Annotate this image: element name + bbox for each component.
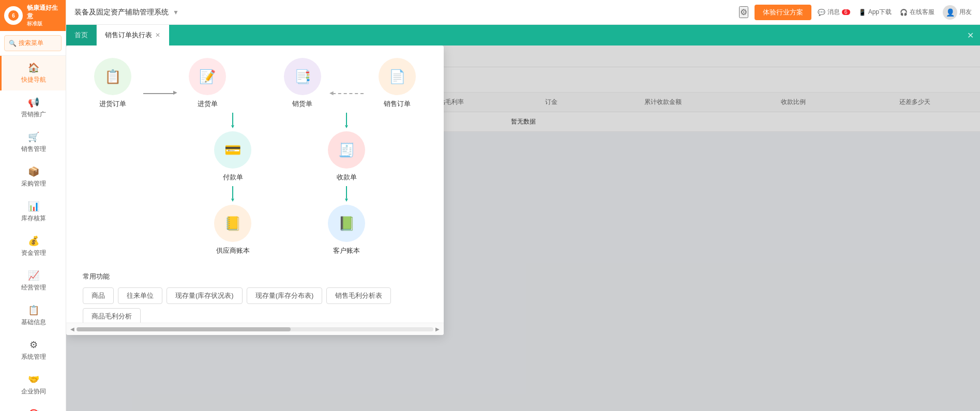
logo-icon: 6 <box>4 6 23 25</box>
message-badge: 6 <box>842 9 850 15</box>
quick-nav-popup: 📋 进货订单 ▶ <box>66 45 444 335</box>
system-title: 装备及固定资产辅助管理系统 ▼ <box>74 8 733 17</box>
sidebar-item-system[interactable]: ⚙ 系统管理 <box>0 333 66 368</box>
service-icon: 🎧 <box>900 9 908 16</box>
func-btn-4[interactable]: 销售毛利分析表 <box>326 287 391 304</box>
func-btn-1[interactable]: 往来单位 <box>118 287 162 304</box>
sale-order-icon: 📄 <box>389 69 405 85</box>
common-functions: 常用功能 商品 往来单位 现存量(库存状况表) 现存量(库存分布表) 销售毛利分… <box>83 272 427 323</box>
sidebar-item-quick[interactable]: 🏠 快捷导航 <box>0 56 66 90</box>
sidebar-item-marketing[interactable]: 📢 营销推广 <box>0 90 66 125</box>
sidebar-item-basic[interactable]: 📋 基础信息 <box>0 298 66 333</box>
receipt-bill-label: 收款单 <box>337 173 357 182</box>
main-area: 装备及固定资产辅助管理系统 ▼ ⚙ 体验行业方案 💬 消息 6 📱 App下载 … <box>66 0 980 411</box>
flow-chart: 📋 进货订单 ▶ <box>83 58 427 260</box>
sidebar-item-finance[interactable]: 💰 资金管理 <box>0 229 66 264</box>
logo-text: 畅康通好生意 标准版 <box>27 4 62 27</box>
scroll-right-icon[interactable]: ▶ <box>435 326 440 332</box>
download-icon: 📱 <box>858 9 866 16</box>
search-icon: 🔍 <box>9 40 17 47</box>
payment-bill-label: 付款单 <box>223 173 243 182</box>
sale-bill-label: 销货单 <box>292 99 312 109</box>
sidebar-nav: 🏠 快捷导航 📢 营销推广 🛒 销售管理 📦 采购管理 📊 库存核算 💰 资金管… <box>0 56 66 411</box>
message-button[interactable]: 💬 消息 6 <box>818 8 850 17</box>
func-btn-0[interactable]: 商品 <box>83 287 114 304</box>
inventory-icon: 📊 <box>28 201 39 212</box>
sidebar-item-enterprise[interactable]: 🤝 企业协同 <box>0 368 66 402</box>
function-buttons: 商品 往来单位 现存量(库存状况表) 现存量(库存分布表) 销售毛利分析表 商品… <box>83 287 427 323</box>
payment-bill-icon: 💳 <box>224 142 241 158</box>
app-download-button[interactable]: 📱 App下载 <box>858 8 892 17</box>
purchase-bill-label: 进货单 <box>198 99 218 109</box>
quick-icon: 🏠 <box>28 62 39 73</box>
func-btn-5[interactable]: 商品毛利分析 <box>83 308 141 323</box>
receipt-bill-icon: 🧾 <box>338 142 355 158</box>
flow-node-receipt-bill[interactable]: 🧾 收款单 <box>310 131 383 182</box>
header-actions: 💬 消息 6 📱 App下载 🎧 在线客服 👤 用友 <box>818 5 972 20</box>
purchase-order-label: 进货订单 <box>99 99 126 109</box>
operations-icon: 📈 <box>28 270 39 281</box>
user-avatar: 👤 <box>943 5 957 20</box>
flow-node-purchase-order[interactable]: 📋 进货订单 <box>83 58 143 109</box>
purchase-order-icon: 📋 <box>104 69 121 85</box>
customer-ledger-label: 客户账本 <box>333 246 360 255</box>
finance-icon: 💰 <box>28 235 39 247</box>
purchase-bill-icon: 📝 <box>199 69 216 85</box>
enterprise-icon: 🤝 <box>28 374 39 385</box>
basic-icon: 📋 <box>28 305 39 316</box>
flow-node-supplier-ledger[interactable]: 📒 供应商账本 <box>197 205 269 255</box>
content-area: ❓ 帮助 🖨 按模板打印 ▼ 📤 导出 ▼ 🔄 刷新 📅 <box>66 45 980 411</box>
scrollbar-thumb <box>77 327 291 331</box>
sales-icon: 🛒 <box>28 131 39 143</box>
scroll-left-icon[interactable]: ◀ <box>70 326 74 332</box>
popup-content: 📋 进货订单 ▶ <box>66 45 444 323</box>
sidebar-item-newbie[interactable]: 🎯 新手引导 <box>0 402 66 411</box>
top-header: 装备及固定资产辅助管理系统 ▼ ⚙ 体验行业方案 💬 消息 6 📱 App下载 … <box>66 0 980 25</box>
flow-node-purchase-bill[interactable]: 📝 进货单 <box>177 58 238 109</box>
message-icon: 💬 <box>818 9 825 16</box>
online-service-button[interactable]: 🎧 在线客服 <box>900 8 934 17</box>
dropdown-arrow-icon: ▼ <box>173 9 179 16</box>
sidebar: 6 畅康通好生意 标准版 🔍 搜索菜单 🏠 快捷导航 📢 营销推广 🛒 销售管理… <box>0 0 66 411</box>
supplier-ledger-label: 供应商账本 <box>216 246 250 255</box>
flow-node-sale-order[interactable]: 📄 销售订单 <box>367 58 427 109</box>
flow-node-payment-bill[interactable]: 💳 付款单 <box>197 131 269 182</box>
sale-order-label: 销售订单 <box>384 99 411 109</box>
search-area: 🔍 搜索菜单 <box>0 31 66 56</box>
tab-close-icon[interactable]: ✕ <box>155 32 160 39</box>
sidebar-item-operations[interactable]: 📈 经营管理 <box>0 264 66 298</box>
sidebar-item-purchase[interactable]: 📦 采购管理 <box>0 160 66 194</box>
purchase-icon: 📦 <box>28 166 39 177</box>
tab-bar: 首页 销售订单执行表 ✕ ✕ <box>66 25 980 45</box>
tab-sales-order-exec[interactable]: 销售订单执行表 ✕ <box>97 25 169 45</box>
search-menu-button[interactable]: 🔍 搜索菜单 <box>4 35 62 51</box>
flow-node-customer-ledger[interactable]: 📗 客户账本 <box>310 205 383 255</box>
sale-bill-icon: 📑 <box>294 69 311 85</box>
common-functions-title: 常用功能 <box>83 272 427 281</box>
flow-node-sale-bill[interactable]: 📑 销货单 <box>272 58 333 109</box>
overlay[interactable]: 📋 进货订单 ▶ <box>66 45 980 411</box>
scrollbar-track <box>77 327 433 331</box>
user-menu[interactable]: 👤 用友 <box>943 5 972 20</box>
newbie-icon: 🎯 <box>28 408 39 411</box>
app-logo: 6 畅康通好生意 标准版 <box>0 0 66 31</box>
func-btn-2[interactable]: 现存量(库存状况表) <box>167 287 243 304</box>
func-btn-3[interactable]: 现存量(库存分布表) <box>247 287 323 304</box>
tab-bar-close-button[interactable]: ✕ <box>961 25 980 45</box>
customer-ledger-icon: 📗 <box>338 216 355 232</box>
sidebar-item-sales[interactable]: 🛒 销售管理 <box>0 125 66 160</box>
settings-button[interactable]: ⚙ <box>739 6 748 18</box>
marketing-icon: 📢 <box>28 97 39 108</box>
popup-scrollbar[interactable]: ◀ ▶ <box>66 323 444 335</box>
sidebar-item-inventory[interactable]: 📊 库存核算 <box>0 194 66 229</box>
supplier-ledger-icon: 📒 <box>224 216 241 232</box>
system-icon: ⚙ <box>29 339 38 351</box>
tab-home[interactable]: 首页 <box>66 25 97 45</box>
svg-text:6: 6 <box>12 13 15 19</box>
trial-button[interactable]: 体验行业方案 <box>755 5 811 20</box>
